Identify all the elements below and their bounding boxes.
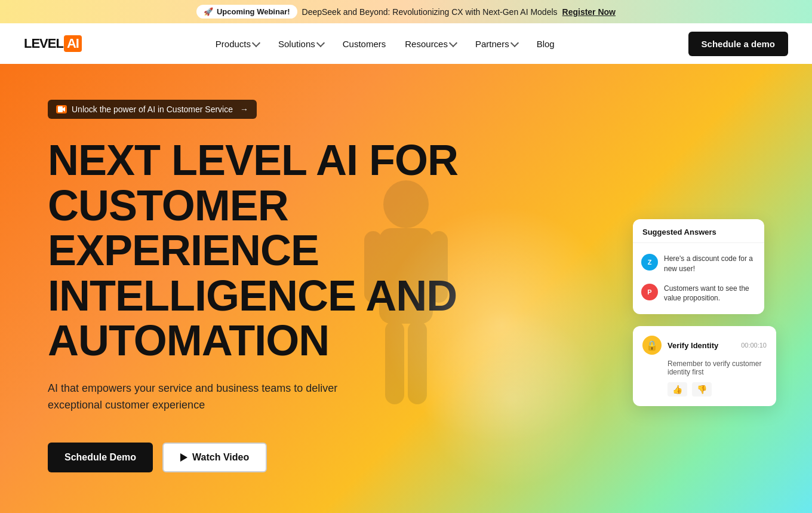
partners-chevron-icon <box>510 38 519 47</box>
nav-item-solutions: Solutions <box>270 34 332 54</box>
hero-title-line1: NEXT LEVEL AI FOR <box>48 136 458 184</box>
play-icon <box>180 453 187 462</box>
announcement-message: DeepSeek and Beyond: Revolutionizing CX … <box>302 7 558 17</box>
verify-title-text: Verify Identity <box>668 341 735 350</box>
logo-level: LEVEL <box>24 36 63 51</box>
announcement-badge: 🚀 Upcoming Webinar! <box>196 5 297 19</box>
video-camera-icon <box>56 105 67 113</box>
resources-label: Resources <box>405 39 448 49</box>
lock-emoji: 🔒 <box>646 340 658 351</box>
avatar-red-2: P <box>641 284 658 300</box>
nav-links: Products Solutions Customers Resources P… <box>207 34 563 54</box>
hero-buttons: Schedule Demo Watch Video <box>48 443 764 472</box>
verify-time: 00:00:10 <box>741 342 767 349</box>
svg-rect-0 <box>58 106 63 112</box>
hero-title-line4: AUTOMATION <box>48 317 329 364</box>
hero-title: NEXT LEVEL AI FOR CUSTOMER EXPERIENCE IN… <box>48 138 496 364</box>
hero-title-line3: INTELLIGENCE AND <box>48 272 457 320</box>
announcement-bar: 🚀 Upcoming Webinar! DeepSeek and Beyond:… <box>0 0 812 23</box>
watch-video-label: Watch Video <box>192 452 249 463</box>
suggested-row-1: Z Here's a discount code for a new user! <box>633 249 764 279</box>
nav-customers-button[interactable]: Customers <box>334 34 395 54</box>
register-now-link[interactable]: Register Now <box>562 7 616 17</box>
main-nav: LEVELAI Products Solutions Customers Res… <box>0 23 812 64</box>
nav-blog-button[interactable]: Blog <box>528 34 563 54</box>
nav-item-blog: Blog <box>528 34 563 54</box>
verify-lock-icon: 🔒 <box>642 336 662 355</box>
suggested-row-2: P Customers want to see the value propos… <box>633 279 764 309</box>
resources-chevron-icon <box>449 38 457 47</box>
nav-item-customers: Customers <box>334 34 395 54</box>
avatar-teal-1: Z <box>641 254 658 271</box>
logo-ai: AI <box>64 35 82 52</box>
verify-identity-card: 🔒 Verify Identity 00:00:10 Remember to v… <box>633 326 776 406</box>
hero-subtitle: AI that empowers your service and busine… <box>48 380 382 414</box>
customers-label: Customers <box>343 39 386 49</box>
nav-products-button[interactable]: Products <box>207 34 267 54</box>
avatar-initials-2: P <box>647 288 651 296</box>
solutions-label: Solutions <box>278 39 315 49</box>
unlock-badge-arrow: → <box>240 105 248 114</box>
nav-schedule-demo-button[interactable]: Schedule a demo <box>688 32 788 56</box>
webinar-icon: 🚀 <box>204 7 213 16</box>
unlock-badge-label: Unlock the power of AI in Customer Servi… <box>72 105 233 114</box>
nav-resources-button[interactable]: Resources <box>396 34 465 54</box>
floating-cards: Suggested Answers Z Here's a discount co… <box>633 219 776 406</box>
badge-label: Upcoming Webinar! <box>217 7 290 16</box>
logo[interactable]: LEVELAI <box>24 35 82 52</box>
hero-title-line2: CUSTOMER EXPERIENCE <box>48 182 319 275</box>
verify-actions: 👍 👎 <box>668 382 767 397</box>
solutions-chevron-icon <box>316 38 325 47</box>
suggested-answers-rows: Z Here's a discount code for a new user!… <box>633 243 764 314</box>
verify-header: 🔒 Verify Identity 00:00:10 <box>642 336 767 355</box>
products-chevron-icon <box>252 38 260 47</box>
verify-body-text: Remember to verify customer identity fir… <box>668 360 767 376</box>
nav-partners-button[interactable]: Partners <box>467 34 526 54</box>
verify-inner: 🔒 Verify Identity 00:00:10 Remember to v… <box>633 326 776 406</box>
thumbs-up-button[interactable]: 👍 <box>668 382 687 397</box>
nav-item-partners: Partners <box>467 34 526 54</box>
thumbs-down-button[interactable]: 👎 <box>692 382 712 397</box>
unlock-badge[interactable]: Unlock the power of AI in Customer Servi… <box>48 100 257 119</box>
nav-item-resources: Resources <box>396 34 465 54</box>
nav-item-products: Products <box>207 34 267 54</box>
suggested-answers-card: Suggested Answers Z Here's a discount co… <box>633 219 764 314</box>
suggested-answers-header: Suggested Answers <box>633 219 764 243</box>
blog-label: Blog <box>537 39 555 49</box>
nav-solutions-button[interactable]: Solutions <box>270 34 332 54</box>
suggested-text-2: Customers want to see the value proposit… <box>664 284 756 304</box>
suggested-text-1: Here's a discount code for a new user! <box>664 254 756 274</box>
hero-section: Unlock the power of AI in Customer Servi… <box>0 64 812 513</box>
hero-schedule-demo-button[interactable]: Schedule Demo <box>48 443 153 472</box>
avatar-initials-1: Z <box>648 259 652 266</box>
partners-label: Partners <box>475 39 509 49</box>
hero-watch-video-button[interactable]: Watch Video <box>162 443 267 472</box>
products-label: Products <box>216 39 251 49</box>
